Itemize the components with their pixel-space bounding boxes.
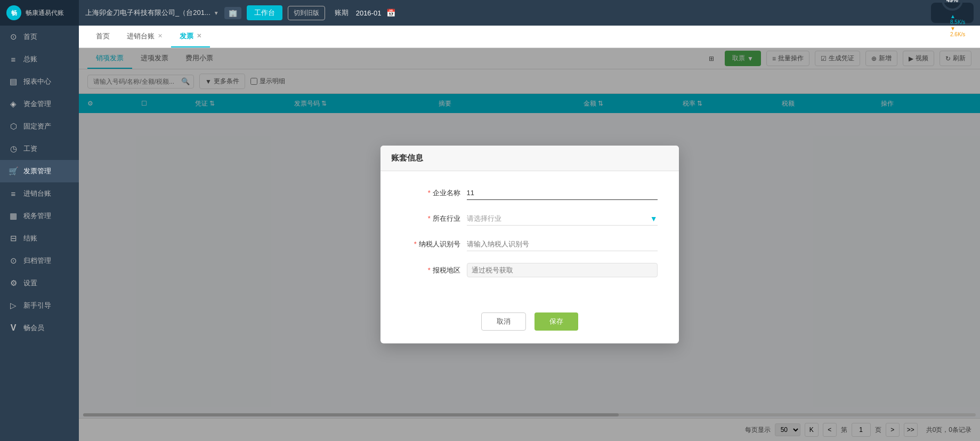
member-icon: V [9, 323, 18, 333]
period-value: 2016-01 [356, 9, 382, 17]
tax-icon: ▦ [9, 211, 18, 221]
close-books-icon: ⊟ [9, 234, 18, 243]
modal-footer: 取消 保存 [380, 304, 679, 343]
company-selector[interactable]: 上海卯金刀电子科技有限公司_（台201... ▼ [85, 8, 219, 18]
sidebar-item-close[interactable]: ⊟ 结账 [0, 227, 79, 250]
company-icon-button[interactable]: 🏢 [224, 7, 241, 19]
tab-invoice-close[interactable]: ✕ [197, 33, 201, 39]
sidebar-item-label: 首页 [23, 32, 37, 42]
sidebar-item-assets[interactable]: ⬡ 固定资产 [0, 115, 79, 138]
modal-overlay: 账套信息 * 企业名称 * 所在行业 [79, 48, 980, 441]
company-name: 上海卯金刀电子科技有限公司_（台201... [85, 8, 210, 18]
tab-home[interactable]: 首页 [87, 26, 118, 47]
sidebar-item-invoice[interactable]: 🛒 发票管理 [0, 160, 79, 182]
switch-old-version-button[interactable]: 切到旧版 [288, 6, 325, 20]
sales-icon: ≡ [9, 189, 18, 198]
speed-values: ▲ 8.5K/s ▼ 2.6K/s [950, 13, 969, 37]
reports-icon: ▤ [9, 77, 18, 86]
industry-row: * 所在行业 请选择行业 ▼ [402, 212, 658, 226]
home-icon: ⊙ [9, 32, 18, 42]
speed-indicator: 49% ▲ 8.5K/s ▼ 2.6K/s [931, 3, 974, 23]
topbar-right: 49% ▲ 8.5K/s ▼ 2.6K/s [931, 3, 974, 23]
tab-invoice-label: 发票 [180, 31, 193, 41]
sidebar-item-label: 固定资产 [23, 122, 51, 131]
salary-icon: ◷ [9, 144, 18, 154]
chevron-down-icon: ▼ [650, 214, 658, 223]
ledger-icon: ≡ [9, 54, 18, 64]
tax-region-row: * 报税地区 [402, 263, 658, 277]
sidebar-item-finance[interactable]: ◈ 资金管理 [0, 93, 79, 115]
modal-title: 账套信息 [391, 153, 423, 162]
app-logo: 畅 畅康通易代账 [0, 0, 79, 26]
sidebar-item-member[interactable]: V 畅会员 [0, 317, 79, 339]
app-name: 畅康通易代账 [26, 9, 64, 18]
industry-select-wrap: 请选择行业 ▼ [467, 212, 658, 226]
upload-speed: ▲ 8.5K/s [950, 13, 969, 25]
account-info-modal: 账套信息 * 企业名称 * 所在行业 [380, 146, 679, 343]
archive-icon: ⊙ [9, 256, 18, 266]
tab-sales-ledger[interactable]: 进销台账 ✕ [118, 26, 171, 47]
industry-label: * 所在行业 [402, 214, 460, 223]
period-label: 账期 [335, 8, 349, 18]
download-speed: ▼ 2.6K/s [950, 26, 969, 37]
sidebar-item-salary[interactable]: ◷ 工资 [0, 138, 79, 160]
modal-body: * 企业名称 * 所在行业 请选择行业 [380, 171, 679, 304]
sidebar-item-label: 设置 [23, 278, 37, 288]
sidebar-item-label: 畅会员 [23, 323, 44, 333]
invoice-icon: 🛒 [9, 166, 18, 176]
tab-home-label: 首页 [96, 31, 110, 41]
sidebar-item-label: 新手引导 [23, 301, 51, 310]
sidebar-item-reports[interactable]: ▤ 报表中心 [0, 70, 79, 93]
tab-invoice[interactable]: 发票 ✕ [171, 26, 210, 47]
sidebar-item-settings[interactable]: ⚙ 设置 [0, 272, 79, 294]
speed-circle: 49% [941, 0, 963, 11]
sidebar-item-sales[interactable]: ≡ 进销台账 [0, 182, 79, 205]
modal-header: 账套信息 [380, 146, 679, 171]
sidebar-item-archive[interactable]: ⊙ 归档管理 [0, 250, 79, 272]
settings-icon: ⚙ [9, 278, 18, 288]
assets-icon: ⬡ [9, 122, 18, 131]
tax-id-label: * 纳税人识别号 [402, 239, 460, 249]
tax-id-input[interactable] [467, 237, 658, 251]
topbar: 上海卯金刀电子科技有限公司_（台201... ▼ 🏢 工作台 切到旧版 账期 2… [79, 0, 980, 26]
sidebar-item-label: 税务管理 [23, 211, 51, 221]
tab-bar: 首页 进销台账 ✕ 发票 ✕ [79, 26, 980, 48]
logo-icon: 畅 [6, 5, 21, 20]
sidebar-item-label: 资金管理 [23, 99, 51, 109]
calendar-icon[interactable]: 📅 [386, 9, 395, 17]
tab-sales-ledger-label: 进销台账 [127, 31, 155, 41]
sidebar-item-tax[interactable]: ▦ 税务管理 [0, 205, 79, 227]
sidebar-item-label: 发票管理 [23, 166, 51, 176]
sidebar-item-label: 归档管理 [23, 256, 51, 266]
sidebar: 畅 畅康通易代账 ⊙ 首页 ≡ 总账 ▤ 报表中心 ◈ 资金管理 ⬡ 固定资产 … [0, 0, 79, 441]
tax-id-row: * 纳税人识别号 [402, 237, 658, 251]
sidebar-item-ledger[interactable]: ≡ 总账 [0, 48, 79, 70]
sidebar-item-home[interactable]: ⊙ 首页 [0, 26, 79, 48]
content-area: 销项发票 进项发票 费用小票 ⊞ 取票 ▼ ≡ 批量操作 ☑ [79, 48, 980, 441]
tax-region-input [467, 263, 658, 277]
guide-icon: ▷ [9, 301, 18, 310]
tab-sales-ledger-close[interactable]: ✕ [158, 33, 163, 39]
company-name-input[interactable] [467, 186, 658, 200]
save-button[interactable]: 保存 [534, 312, 578, 331]
company-name-row: * 企业名称 [402, 186, 658, 200]
sidebar-item-label: 进销台账 [23, 189, 51, 198]
cancel-button[interactable]: 取消 [481, 312, 526, 331]
sidebar-item-label: 总账 [23, 54, 37, 64]
sidebar-item-label: 工资 [23, 144, 37, 154]
sidebar-item-guide[interactable]: ▷ 新手引导 [0, 294, 79, 317]
finance-icon: ◈ [9, 99, 18, 109]
industry-select[interactable]: 请选择行业 [467, 212, 658, 225]
sidebar-item-label: 结账 [23, 234, 37, 243]
tax-region-label: * 报税地区 [402, 266, 460, 275]
sidebar-item-label: 报表中心 [23, 77, 51, 86]
company-name-label: * 企业名称 [402, 188, 460, 198]
main-content: 上海卯金刀电子科技有限公司_（台201... ▼ 🏢 工作台 切到旧版 账期 2… [79, 0, 980, 441]
workspace-button[interactable]: 工作台 [247, 5, 282, 20]
dropdown-arrow-icon: ▼ [214, 10, 219, 16]
speed-percent: 49% [946, 0, 958, 3]
